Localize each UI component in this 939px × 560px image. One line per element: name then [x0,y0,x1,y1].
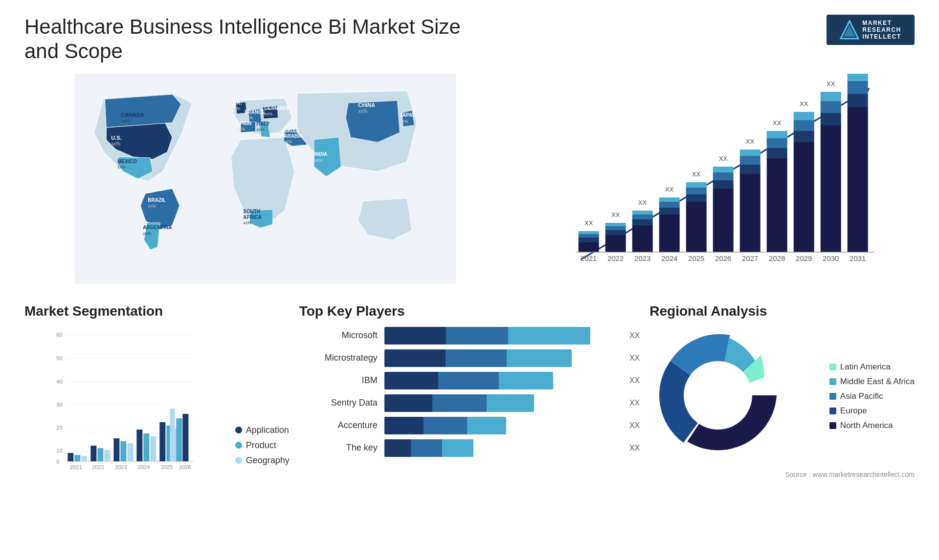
player-name-accenture: Accenture [299,420,378,431]
logo-line3: INTELLECT [862,33,901,40]
reg-color-europe [829,408,836,414]
world-map-container: CANADA xx% U.S. xx% MEXICO xx% BRAZIL xx… [24,74,506,284]
svg-rect-68 [739,165,760,174]
svg-text:2023: 2023 [634,254,650,262]
svg-rect-127 [143,433,149,461]
svg-rect-89 [847,81,868,94]
player-label-thekey: XX [629,444,640,452]
page-title: Healthcare Business Intelligence Bi Mark… [24,15,465,64]
regional-legend-item-europe: Europe [829,406,915,416]
svg-text:xx%: xx% [400,119,408,124]
svg-text:XX: XX [827,80,835,87]
svg-text:AFRICA: AFRICA [243,215,262,220]
svg-rect-123 [113,438,119,461]
svg-rect-47 [632,225,652,252]
player-label-ibm: XX [629,376,640,385]
svg-rect-125 [127,443,133,461]
svg-text:40: 40 [56,379,62,385]
svg-rect-42 [605,235,626,252]
svg-text:2029: 2029 [796,254,812,262]
svg-rect-77 [793,142,814,252]
svg-rect-132 [182,414,188,461]
svg-text:ARGENTINA: ARGENTINA [143,225,172,230]
svg-text:XX: XX [638,199,647,206]
reg-label-latin: Latin America [840,362,891,372]
header: Healthcare Business Intelligence Bi Mark… [24,15,915,64]
svg-rect-58 [686,194,706,202]
player-label-sentry: XX [629,399,640,408]
svg-rect-75 [766,131,787,138]
bar-chart-svg: XX XX XX XX [521,74,915,284]
legend-dot-geography [235,457,242,464]
svg-rect-85 [820,92,841,101]
reg-color-apac [829,393,836,400]
svg-rect-129 [159,422,165,461]
svg-rect-134 [170,409,175,461]
regional-legend-item-na: North America [829,421,915,431]
svg-rect-90 [847,74,868,81]
bottom-section: Market Segmentation 60 50 40 30 20 10 0 [24,303,915,478]
svg-text:xx%: xx% [117,165,126,170]
logo-icon [840,20,859,40]
logo-line1: MARKET [862,20,901,26]
legend-label-application: Application [246,425,289,435]
player-bar-ibm [384,372,619,389]
svg-text:xx%: xx% [232,106,240,111]
svg-rect-80 [793,112,814,120]
svg-text:U.K.: U.K. [232,100,242,106]
player-row-sentry: Sentry Data XX [299,394,640,412]
svg-rect-126 [136,430,142,461]
svg-text:XX: XX [584,219,593,227]
svg-rect-40 [578,231,599,234]
legend-label-product: Product [246,440,276,451]
svg-point-141 [684,361,752,430]
svg-text:ARABIA: ARABIA [284,133,303,139]
regional-panel: Regional Analysis [649,303,915,478]
player-name-thekey: The key [299,443,378,453]
svg-rect-82 [820,125,841,252]
svg-text:20: 20 [56,425,62,431]
svg-rect-60 [686,182,706,188]
player-row-thekey: The key XX [299,439,640,457]
svg-text:2025: 2025 [161,464,173,470]
svg-text:CHINA: CHINA [358,102,375,108]
svg-rect-38 [578,237,599,242]
svg-text:XX: XX [692,171,701,178]
regional-legend-item-latin: Latin America [829,362,915,372]
svg-rect-74 [766,138,787,148]
svg-text:U.S.: U.S. [111,135,121,141]
svg-text:xx%: xx% [122,118,131,124]
svg-rect-78 [793,131,814,142]
svg-text:2026: 2026 [179,464,191,470]
svg-text:xx%: xx% [148,204,156,209]
svg-rect-121 [97,448,103,461]
svg-text:2024: 2024 [661,254,677,262]
svg-text:CANADA: CANADA [121,112,144,118]
legend-label-geography: Geography [246,455,290,466]
svg-text:2023: 2023 [115,464,127,470]
svg-rect-120 [90,446,96,461]
regional-legend-item-apac: Asia Pacific [829,391,915,401]
player-label-microsoft: XX [629,331,640,340]
legend-item-product: Product [235,440,290,451]
svg-rect-49 [632,215,652,219]
svg-rect-53 [659,208,679,215]
svg-text:50: 50 [56,355,62,361]
world-map-svg: CANADA xx% U.S. xx% MEXICO xx% BRAZIL xx… [24,74,506,284]
svg-text:xx%: xx% [314,158,322,163]
player-name-sentry: Sentry Data [299,398,378,408]
svg-text:GERMANY: GERMANY [264,106,289,111]
source-text: Source : www.marketresearchintellect.com [649,471,915,478]
reg-label-na: North America [840,421,893,431]
svg-rect-73 [766,148,787,158]
svg-text:10: 10 [56,448,62,453]
donut-area: Latin America Middle East & Africa Asia … [649,327,915,466]
svg-text:MEXICO: MEXICO [117,159,137,164]
reg-label-mea: Middle East & Africa [840,377,915,387]
legend-dot-application [235,427,242,433]
player-name-microsoft: Microsoft [299,330,378,341]
svg-text:2022: 2022 [92,464,104,470]
svg-rect-62 [713,189,733,252]
svg-text:XX: XX [665,186,674,193]
svg-rect-65 [713,167,733,172]
